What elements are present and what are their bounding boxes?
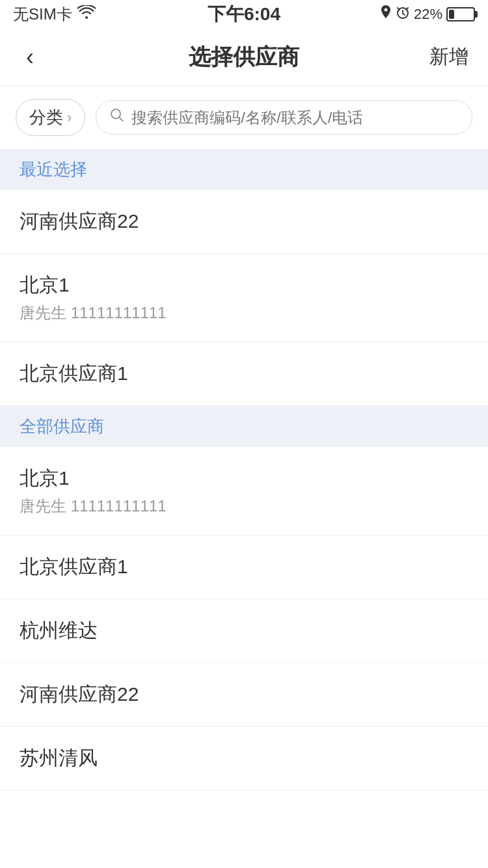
item-sub: 唐先生 11111111111 xyxy=(20,303,468,323)
battery-percentage: 22% xyxy=(414,6,442,23)
all-section-label: 全部供应商 xyxy=(20,416,104,436)
item-name: 杭州维达 xyxy=(20,617,468,644)
list-item[interactable]: 北京供应商1 xyxy=(0,342,488,406)
recent-section-label: 最近选择 xyxy=(20,159,87,179)
item-name: 苏州清风 xyxy=(20,745,468,772)
location-icon xyxy=(380,5,392,23)
list-item[interactable]: 北京1唐先生 11111111111 xyxy=(0,447,488,536)
list-item[interactable]: 北京1唐先生 11111111111 xyxy=(0,254,488,342)
battery-fill xyxy=(449,10,454,19)
status-right: 22% xyxy=(380,5,475,23)
category-button[interactable]: 分类 › xyxy=(16,99,85,136)
search-icon xyxy=(109,107,125,128)
item-name: 北京1 xyxy=(20,272,468,299)
carrier-text: 无SIM卡 xyxy=(13,4,72,25)
recent-section-header: 最近选择 xyxy=(0,149,488,190)
back-button[interactable]: ‹ xyxy=(20,37,40,77)
status-left: 无SIM卡 xyxy=(13,4,96,25)
all-suppliers-list: 北京1唐先生 11111111111北京供应商1杭州维达河南供应商22苏州清风 xyxy=(0,447,488,791)
alarm-icon xyxy=(396,5,410,23)
nav-bar: ‹ 选择供应商 新增 xyxy=(0,29,488,86)
chevron-right-icon: › xyxy=(67,109,72,126)
list-item[interactable]: 河南供应商22 xyxy=(0,663,488,727)
status-time: 下午6:04 xyxy=(208,2,280,27)
item-sub: 唐先生 11111111111 xyxy=(20,496,468,517)
new-action-button[interactable]: 新增 xyxy=(429,44,468,70)
search-input[interactable] xyxy=(131,109,459,127)
item-name: 河南供应商22 xyxy=(20,208,468,235)
list-item[interactable]: 苏州清风 xyxy=(0,727,488,791)
item-name: 河南供应商22 xyxy=(20,681,468,708)
item-name: 北京供应商1 xyxy=(20,554,468,580)
recent-list: 河南供应商22北京1唐先生 11111111111北京供应商1 xyxy=(0,190,488,406)
status-bar: 无SIM卡 下午6:04 22% xyxy=(0,0,488,29)
item-name: 北京供应商1 xyxy=(20,360,468,387)
filter-bar: 分类 › xyxy=(0,86,488,149)
list-item[interactable]: 北京供应商1 xyxy=(0,536,488,599)
battery-icon xyxy=(446,7,475,21)
wifi-icon xyxy=(77,5,96,23)
list-item[interactable]: 河南供应商22 xyxy=(0,190,488,254)
category-label: 分类 xyxy=(29,106,63,129)
search-box xyxy=(96,100,472,135)
list-item[interactable]: 杭州维达 xyxy=(0,599,488,663)
all-section-header: 全部供应商 xyxy=(0,406,488,447)
item-name: 北京1 xyxy=(20,465,468,492)
nav-title: 选择供应商 xyxy=(189,42,299,72)
